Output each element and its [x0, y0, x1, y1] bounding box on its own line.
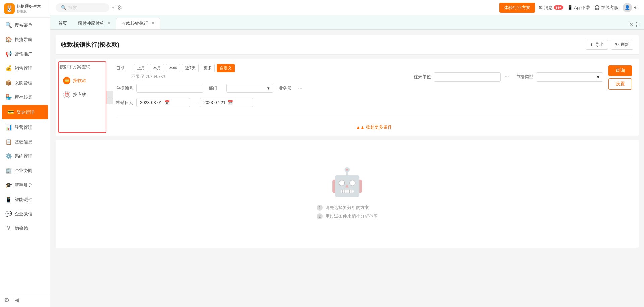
- app-download-btn[interactable]: 📱 App下载: [567, 5, 590, 11]
- sidebar-collapse-button[interactable]: «: [106, 91, 113, 104]
- date-label: 日期: [116, 65, 131, 71]
- tab-collection-verify[interactable]: 收款核销执行 ✕: [116, 18, 160, 29]
- sidebar-item-basic[interactable]: 📋 基础信息: [0, 135, 50, 149]
- collapse-up-icon: ▲▲: [356, 125, 365, 130]
- sidebar-item-inventory[interactable]: 🏪 库存核算: [0, 90, 50, 104]
- doctype-select[interactable]: ▾: [536, 72, 603, 82]
- sidebar-item-quick-nav[interactable]: 🏠 快捷导航: [0, 32, 50, 47]
- action-buttons: 查询 设置: [608, 64, 632, 90]
- app-download-label: App下载: [574, 5, 590, 11]
- tab-close-all-icon[interactable]: ✕: [629, 21, 633, 28]
- tab-expand-icon[interactable]: ⛶: [636, 22, 641, 28]
- filter-panel: 按以下方案查询 💳 按收款 ⏰ 按应收 «: [56, 59, 639, 136]
- dept-filter-item: 部门 ▾: [209, 84, 273, 93]
- staff-filter-item: 业务员 ···: [279, 85, 304, 91]
- sidebar-item-finance[interactable]: 💳 资金管理: [2, 105, 48, 119]
- sidebar-label-vip: 畅会员: [15, 225, 28, 231]
- date-btn-custom[interactable]: 自定义: [217, 64, 235, 72]
- customer-service-btn[interactable]: 🎧 在线客服: [594, 5, 619, 11]
- verify-date-end-calendar-icon[interactable]: 📅: [228, 100, 233, 105]
- filter-option-by-collection[interactable]: 💳 按收款: [60, 74, 105, 87]
- user-avatar: 👤: [623, 3, 632, 12]
- empty-hint-1-text: 请先选择要分析的方案: [325, 203, 369, 212]
- collapse-more-button[interactable]: ▲▲ 收起更多条件: [356, 124, 392, 130]
- operation-icon: 📊: [5, 124, 12, 131]
- date-btn-more[interactable]: 更多: [201, 64, 215, 72]
- staff-dots-btn[interactable]: ···: [297, 85, 304, 91]
- date-btn-this-year[interactable]: 本年: [166, 64, 180, 72]
- sidebar-menu: 🔍 搜索菜单 🏠 快捷导航 📢 营销推广 💰 销售管理 📦 采购管理 🏪 库存核…: [0, 18, 50, 293]
- query-button[interactable]: 查询: [608, 65, 632, 76]
- by-collection-label: 按收款: [73, 78, 86, 84]
- footer-collapse-icon[interactable]: ◀: [15, 296, 19, 304]
- footer-settings-icon[interactable]: ⚙: [4, 296, 9, 304]
- export-button[interactable]: ⬆ 导出: [586, 40, 608, 50]
- page-title: 收款核销执行(按收款): [61, 41, 119, 49]
- filter-content: 日期 上月 本月 本年 近7天 更多 自定义: [109, 59, 639, 136]
- sidebar-footer: ⚙ ◀: [0, 293, 50, 307]
- sidebar-item-system[interactable]: ⚙️ 系统管理: [0, 149, 50, 163]
- basic-icon: 📋: [5, 139, 12, 145]
- date-btn-this-month[interactable]: 本月: [150, 64, 164, 72]
- sidebar-item-sales[interactable]: 💰 销售管理: [0, 61, 50, 75]
- date-btn-last-month[interactable]: 上月: [134, 64, 148, 72]
- counterpart-dots-btn[interactable]: ···: [503, 74, 511, 80]
- verify-date-label: 核销日期: [116, 100, 133, 106]
- sidebar-item-marketing[interactable]: 📢 营销推广: [0, 47, 50, 61]
- tab-home-label: 首页: [58, 20, 67, 27]
- sidebar-item-wechat[interactable]: 💬 企业微信: [0, 207, 50, 221]
- refresh-button[interactable]: ↻ 刷新: [611, 40, 633, 50]
- solution-button[interactable]: 体验行业方案: [499, 3, 535, 13]
- message-btn[interactable]: ✉ 消息 99+: [539, 5, 563, 11]
- filter-option-by-receivable[interactable]: ⏰ 按应收: [60, 88, 105, 101]
- verify-date-end-box[interactable]: 2023-07-21 📅: [200, 98, 253, 107]
- by-receivable-label: 按应收: [73, 92, 86, 98]
- guide-icon: 🎓: [5, 182, 12, 188]
- user-info[interactable]: 👤 Rit: [623, 3, 639, 12]
- sidebar-item-enterprise[interactable]: 🏢 企业协同: [0, 163, 50, 178]
- sidebar-item-operation[interactable]: 📊 经营管理: [0, 120, 50, 135]
- docno-filter-item: 单据编号: [116, 84, 203, 93]
- sidebar-item-hardware[interactable]: 📱 智能硬件: [0, 192, 50, 207]
- verify-date-start-box[interactable]: 2023-03-01 📅: [136, 98, 190, 107]
- tab-prepay-close-icon[interactable]: ✕: [107, 21, 111, 26]
- app-name: 畅捷通好生意: [17, 4, 41, 9]
- verify-date-start-calendar-icon[interactable]: 📅: [164, 100, 170, 105]
- sidebar-item-purchase[interactable]: 📦 采购管理: [0, 75, 50, 90]
- hardware-icon: 📱: [5, 196, 12, 203]
- dept-label: 部门: [209, 85, 224, 91]
- staff-label: 业务员: [279, 85, 294, 91]
- dept-select[interactable]: ▾: [226, 84, 273, 93]
- wechat-icon: 💬: [5, 211, 12, 217]
- tab-home[interactable]: 首页: [53, 18, 72, 29]
- date-filter-item: 日期 上月 本月 本年 近7天 更多 自定义: [116, 64, 235, 72]
- by-receivable-icon: ⏰: [63, 91, 70, 98]
- empty-hints: 1 请先选择要分析的方案 2 用过滤条件来缩小分析范围: [317, 203, 378, 221]
- user-name: Rit: [633, 5, 639, 10]
- tab-collection-verify-close-icon[interactable]: ✕: [151, 21, 155, 26]
- empty-hint-2-text: 用过滤条件来缩小分析范围: [325, 212, 378, 221]
- search-icon: 🔍: [61, 5, 66, 10]
- export-icon: ⬆: [590, 42, 594, 47]
- sidebar-item-guide[interactable]: 🎓 新手引导: [0, 178, 50, 192]
- topbar: 🔍 搜索 ▾ ⚙ 体验行业方案 ✉ 消息 99+ 📱 App下载 🎧 在线客服 …: [50, 0, 644, 15]
- topbar-search[interactable]: 🔍 搜索: [56, 3, 109, 12]
- sidebar-item-search-menu[interactable]: 🔍 搜索菜单: [0, 18, 50, 32]
- date-btn-7days[interactable]: 近7天: [182, 64, 199, 72]
- topbar-actions: 体验行业方案 ✉ 消息 99+ 📱 App下载 🎧 在线客服 👤 Rit: [499, 3, 639, 13]
- doctype-label: 单据类型: [516, 74, 533, 80]
- sidebar-label-finance: 资金管理: [17, 109, 34, 115]
- date-quick-group: 上月 本月 本年 近7天 更多 自定义: [134, 64, 235, 72]
- tab-prepay[interactable]: 预付冲应付单 ✕: [72, 18, 116, 29]
- sidebar-item-vip[interactable]: V 畅会员: [0, 221, 50, 235]
- date-limit-text: 不限 至 2023-07-26: [131, 74, 166, 79]
- topbar-settings-icon[interactable]: ⚙: [117, 4, 122, 11]
- system-icon: ⚙️: [5, 153, 12, 159]
- hint-num-2: 2: [317, 213, 323, 219]
- message-label: 消息: [544, 5, 553, 11]
- topbar-dropdown-icon[interactable]: ▾: [112, 5, 114, 10]
- by-collection-icon: 💳: [63, 77, 70, 84]
- docno-input[interactable]: [136, 84, 203, 93]
- settings-button[interactable]: 设置: [608, 78, 632, 90]
- counterpart-input[interactable]: [434, 72, 501, 82]
